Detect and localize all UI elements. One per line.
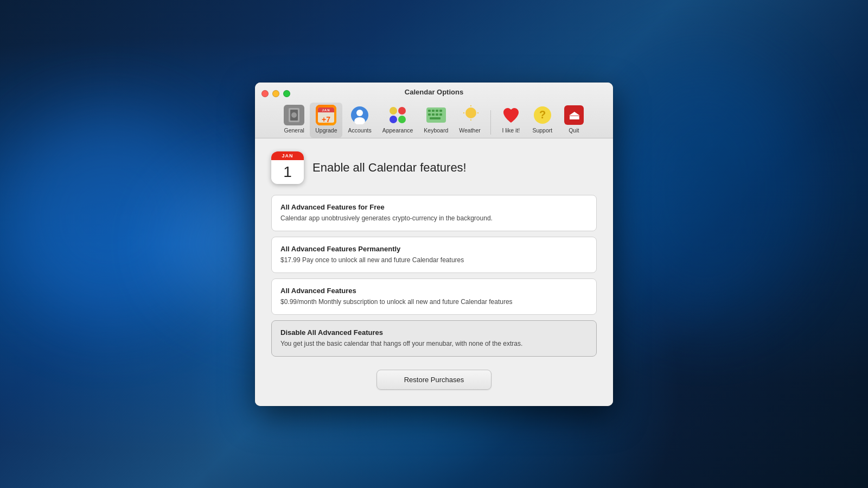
calendar-body: 1	[271, 160, 304, 184]
window-controls	[261, 90, 290, 97]
svg-point-10	[356, 110, 363, 116]
ilike-icon	[501, 105, 521, 125]
accounts-icon	[349, 105, 370, 125]
general-label: General	[284, 127, 304, 134]
svg-point-15	[398, 116, 406, 123]
svg-point-14	[390, 116, 397, 123]
toolbar-item-quit[interactable]: ⏏ Quit	[558, 103, 590, 138]
header-section: JAN 1 Enable all Calendar features!	[271, 151, 597, 184]
svg-rect-21	[428, 113, 431, 116]
titlebar: Calendar Options General	[255, 83, 613, 138]
toolbar-item-accounts[interactable]: Accounts	[342, 103, 376, 138]
weather-icon	[459, 105, 480, 125]
toolbar-item-general[interactable]: General	[278, 103, 310, 138]
svg-rect-20	[439, 110, 442, 112]
accounts-label: Accounts	[348, 127, 371, 134]
toolbar: General	[255, 100, 613, 138]
upgrade-label: Upgrade	[315, 127, 337, 134]
svg-point-26	[465, 107, 476, 118]
option-card-monthly[interactable]: All Advanced Features $0.99/month Monthl…	[271, 278, 597, 315]
weather-label: Weather	[459, 127, 481, 134]
appearance-icon	[387, 105, 408, 125]
maximize-button[interactable]	[283, 90, 290, 97]
svg-point-2	[291, 112, 297, 118]
toolbar-item-support[interactable]: ? Support	[527, 103, 558, 138]
toolbar-separator	[490, 110, 491, 135]
toolbar-item-appearance[interactable]: Appearance	[377, 103, 419, 138]
cloud-glow-right	[597, 54, 814, 326]
calendar-day: 1	[283, 164, 292, 180]
svg-rect-17	[428, 110, 431, 112]
svg-rect-22	[432, 113, 435, 116]
svg-text:JAN: JAN	[322, 109, 330, 112]
svg-rect-18	[432, 110, 435, 112]
calendar-month: JAN	[271, 151, 304, 160]
window-title: Calendar Options	[405, 88, 463, 96]
close-button[interactable]	[261, 90, 269, 97]
toolbar-item-weather[interactable]: Weather	[454, 103, 486, 138]
appearance-label: Appearance	[382, 127, 413, 134]
minimize-button[interactable]	[272, 90, 279, 97]
keyboard-label: Keyboard	[424, 127, 448, 134]
svg-rect-25	[430, 117, 441, 119]
option-permanent-desc: $17.99 Pay once to unlock all new and fu…	[280, 255, 588, 265]
svg-text:+7: +7	[322, 115, 330, 124]
quit-label: Quit	[569, 127, 579, 134]
support-icon: ?	[532, 105, 553, 125]
option-card-disable[interactable]: Disable All Advanced Features You get ju…	[271, 320, 597, 357]
svg-point-12	[390, 107, 397, 115]
option-free-desc: Calendar app unobtrusively generates cry…	[280, 213, 588, 223]
support-label: Support	[532, 127, 552, 134]
svg-text:?: ?	[539, 109, 546, 121]
header-title: Enable all Calendar features!	[312, 161, 467, 175]
option-monthly-desc: $0.99/month Monthly subscription to unlo…	[280, 297, 588, 307]
option-free-title: All Advanced Features for Free	[280, 203, 588, 211]
option-monthly-title: All Advanced Features	[280, 287, 588, 295]
toolbar-item-upgrade[interactable]: +7 JAN Upgrade	[310, 103, 342, 138]
ilike-label: I like it!	[502, 127, 520, 134]
option-disable-desc: You get just the basic calendar that han…	[280, 339, 588, 348]
svg-text:⏏: ⏏	[568, 109, 579, 122]
quit-icon: ⏏	[564, 105, 584, 125]
option-permanent-title: All Advanced Features Permanently	[280, 245, 588, 253]
toolbar-item-keyboard[interactable]: Keyboard	[418, 103, 454, 138]
svg-point-13	[398, 107, 406, 115]
keyboard-icon	[426, 105, 446, 125]
content-area: JAN 1 Enable all Calendar features! All …	[255, 138, 613, 406]
svg-rect-24	[439, 113, 442, 116]
toolbar-item-ilike[interactable]: I like it!	[495, 103, 527, 138]
option-disable-title: Disable All Advanced Features	[280, 328, 588, 337]
option-card-free[interactable]: All Advanced Features for Free Calendar …	[271, 195, 597, 231]
general-icon	[284, 105, 304, 125]
option-card-permanent[interactable]: All Advanced Features Permanently $17.99…	[271, 237, 597, 273]
svg-rect-23	[436, 113, 438, 116]
calendar-options-window: Calendar Options General	[255, 83, 613, 406]
restore-purchases-button[interactable]: Restore Purchases	[376, 370, 492, 390]
calendar-app-icon: JAN 1	[271, 151, 304, 184]
upgrade-icon: +7 JAN	[316, 105, 336, 125]
svg-rect-19	[436, 110, 438, 112]
